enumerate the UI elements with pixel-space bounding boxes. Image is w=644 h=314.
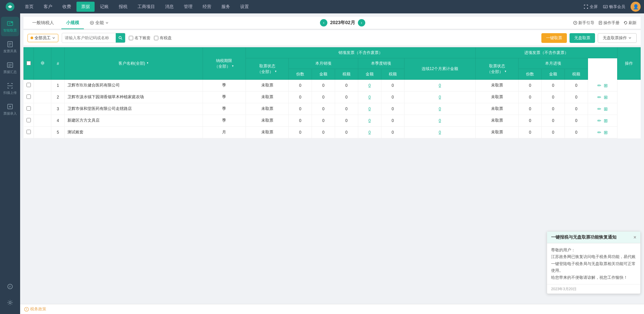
- bottom-bar[interactable]: 税务政策: [20, 304, 644, 314]
- nav-tax[interactable]: 报税: [114, 2, 132, 12]
- th-this-month-input: 本月进项: [519, 58, 588, 69]
- sidebar-item-message[interactable]: [1, 280, 19, 293]
- th-input-group: 进项发票（不含作废票）: [476, 48, 618, 58]
- edit-button-2[interactable]: ✏: [597, 106, 602, 112]
- member-button[interactable]: 畅享会员: [603, 4, 625, 10]
- notification-date: 2023年3月20日: [551, 287, 577, 291]
- tab-general-taxpayer[interactable]: 一般纳税人: [28, 17, 59, 29]
- table-row: 4 新建区方方文具店 季 未取票 0 0 0 0 0 0 未取票 0 0 0 ✏…: [24, 115, 641, 126]
- sidebar-item-smart-ticket[interactable]: 智能取票: [1, 17, 19, 36]
- nav-home[interactable]: 首页: [20, 2, 38, 12]
- next-date-button[interactable]: ›: [358, 19, 365, 26]
- nav-manage[interactable]: 管理: [179, 2, 197, 12]
- svg-point-8: [8, 284, 12, 289]
- refresh-button[interactable]: 刷新: [624, 20, 637, 26]
- table-container: # 客户名称(全部) 纳税期限（全部） 销项发票（不含作废票）: [23, 47, 641, 138]
- tax-disk-checkbox[interactable]: [154, 36, 158, 40]
- no-disk-ops-button[interactable]: 无盘取票操作: [598, 33, 637, 43]
- row-cum12-3: 0: [404, 115, 475, 126]
- row-sq-amount-4: 0: [358, 126, 381, 138]
- row-checkbox-2[interactable]: [26, 106, 31, 111]
- search-input[interactable]: [62, 34, 116, 42]
- one-click-ticket-button[interactable]: 一键取票: [541, 33, 567, 43]
- th-sm-shares: 份数: [289, 69, 312, 80]
- tab-all-capable[interactable]: 全能: [87, 17, 112, 28]
- row-sales-status-3: 未取票: [246, 115, 288, 126]
- edit-button-3[interactable]: ✏: [597, 117, 602, 124]
- row-sm-shares-1: 0: [289, 91, 312, 103]
- fullscreen-button[interactable]: 全屏: [584, 4, 598, 10]
- account-filter-label[interactable]: 名下账套: [129, 35, 151, 41]
- nav-message[interactable]: 消息: [160, 2, 178, 12]
- row-checkbox-1[interactable]: [26, 95, 31, 99]
- edit-button-4[interactable]: ✏: [597, 129, 602, 136]
- row-num-2: 3: [51, 103, 65, 115]
- row-checkbox-4[interactable]: [26, 130, 31, 134]
- nav-customer[interactable]: 客户: [39, 2, 57, 12]
- table-row: 5 测试账套 月 未取票 0 0 0 0 0 0 未取票 0 0 0 ✏ ⊞: [24, 126, 641, 138]
- row-sq-amount-1: 0: [358, 91, 381, 103]
- account-checkbox[interactable]: [129, 36, 133, 40]
- sidebar-item-summary[interactable]: 票据汇总: [1, 58, 19, 78]
- nav-ticket[interactable]: 票据: [76, 2, 95, 12]
- search-button[interactable]: [116, 33, 125, 43]
- sidebar-item-invoice[interactable]: 发票开具: [1, 38, 19, 57]
- row-sq-tax-0: 0: [381, 80, 404, 91]
- prev-date-button[interactable]: ‹: [320, 19, 327, 26]
- row-im-amount-0: 0: [542, 80, 565, 91]
- notification-close-button[interactable]: ×: [634, 235, 636, 240]
- row-sq-tax-3: 0: [381, 115, 404, 126]
- filter-dot: [31, 37, 33, 39]
- nav-settings[interactable]: 设置: [235, 2, 254, 12]
- sidebar-item-entry[interactable]: 票据录入: [1, 100, 19, 119]
- employee-filter[interactable]: 全部员工: [28, 34, 58, 42]
- nav-service[interactable]: 服务: [217, 2, 235, 12]
- edit-button-1[interactable]: ✏: [597, 94, 602, 101]
- row-cum12-0: 0: [404, 80, 475, 91]
- row-sm-amount-1: 0: [312, 91, 335, 103]
- view-button-3[interactable]: ⊞: [603, 117, 608, 124]
- edit-button-0[interactable]: ✏: [597, 82, 602, 89]
- tab-small-scale[interactable]: 小规模: [61, 17, 84, 29]
- select-all-checkbox[interactable]: [26, 61, 31, 65]
- view-button-4[interactable]: ⊞: [603, 129, 608, 136]
- svg-line-15: [121, 39, 122, 40]
- row-sales-status-0: 未取票: [246, 80, 288, 91]
- manual-button[interactable]: 操作手册: [598, 20, 620, 26]
- row-im-amount-3: 0: [542, 115, 565, 126]
- nav-business[interactable]: 工商项目: [133, 2, 160, 12]
- nav-right-actions: 全屏 畅享会员 👤: [584, 2, 641, 12]
- row-actions-1: ✏ ⊞: [588, 91, 617, 103]
- view-button-1[interactable]: ⊞: [603, 94, 608, 101]
- row-sm-tax-2: 0: [335, 103, 358, 115]
- th-sq-amount: 金额: [358, 69, 381, 80]
- nav-operation[interactable]: 经营: [198, 2, 216, 12]
- row-im-amount-4: 0: [542, 126, 565, 138]
- row-tax-period-0: 季: [203, 80, 246, 91]
- tax-disk-filter-label[interactable]: 有税盘: [154, 35, 172, 41]
- row-checkbox-cell: [24, 80, 34, 91]
- row-sq-tax-4: 0: [381, 126, 404, 138]
- app-logo[interactable]: [3, 0, 17, 13]
- sidebar-item-settings[interactable]: [1, 296, 19, 309]
- th-this-quarter-sales: 本季度销项: [358, 58, 404, 69]
- nav-billing[interactable]: 收费: [58, 2, 76, 12]
- new-guide-button[interactable]: 新手引导: [573, 20, 594, 26]
- row-im-amount-1: 0: [542, 91, 565, 103]
- no-disk-ticket-button[interactable]: 无盘取票: [570, 33, 595, 43]
- notification-greeting: 尊敬的用户：: [551, 247, 636, 253]
- view-button-2[interactable]: ⊞: [603, 106, 608, 112]
- row-sm-tax-1: 0: [335, 91, 358, 103]
- row-checkbox-3[interactable]: [26, 118, 31, 122]
- nav-accounting[interactable]: 记账: [95, 2, 113, 12]
- sidebar-item-scan[interactable]: 扫描上传: [1, 79, 19, 99]
- user-avatar[interactable]: 👤: [631, 2, 641, 12]
- th-im-shares: 份数: [519, 69, 542, 80]
- row-im-shares-3: 0: [519, 115, 542, 126]
- toolbar-right: 一键取票 无盘取票 无盘取票操作: [541, 33, 637, 43]
- notification-body: 尊敬的用户： 江苏政务网已恢复访问电子税务局功能，易代账一键登陆电子税务局与无盘…: [547, 243, 640, 284]
- view-button-0[interactable]: ⊞: [603, 82, 608, 89]
- row-checkbox-0[interactable]: [26, 83, 31, 87]
- row-sm-tax-3: 0: [335, 115, 358, 126]
- row-num-3: 4: [51, 115, 65, 126]
